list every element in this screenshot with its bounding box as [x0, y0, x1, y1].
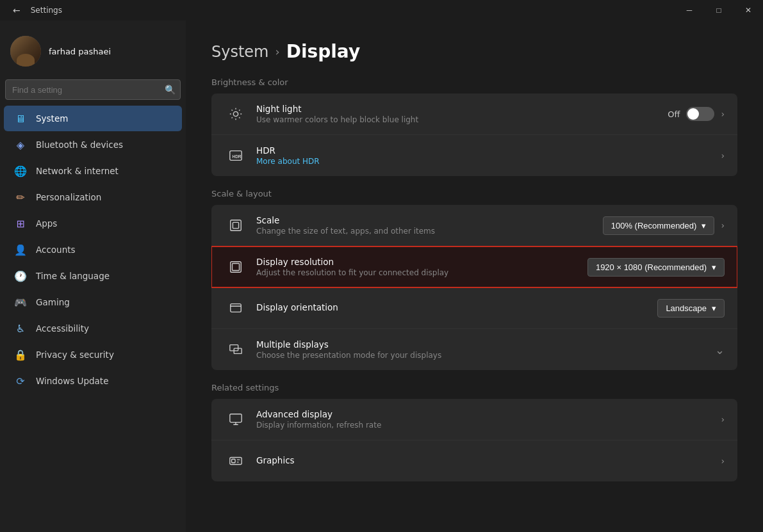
multiple-displays-expand[interactable]: ⌄ — [715, 343, 725, 357]
sidebar-item-bluetooth[interactable]: ◈ Bluetooth & devices — [4, 132, 182, 157]
night-light-chevron: › — [721, 109, 725, 119]
sidebar-label-gaming: Gaming — [36, 297, 70, 307]
hdr-title: HDR — [256, 145, 721, 156]
app-container: farhad pashaei 🔍 🖥 System ◈ Bluetooth & … — [0, 20, 763, 532]
resolution-dropdown-arrow: ▾ — [712, 262, 716, 272]
network-icon: 🌐 — [14, 165, 27, 177]
svg-rect-15 — [231, 304, 242, 312]
back-button[interactable]: ← — [8, 3, 26, 18]
breadcrumb: System › Display — [211, 41, 737, 62]
resolution-icon — [224, 255, 247, 278]
svg-rect-23 — [232, 459, 236, 463]
apps-icon: ⊞ — [14, 217, 27, 230]
breadcrumb-parent[interactable]: System — [211, 43, 269, 61]
scale-subtitle: Change the size of text, apps, and other… — [256, 227, 603, 236]
multiple-displays-text: Multiple displays Choose the presentatio… — [256, 339, 715, 360]
sidebar-label-bluetooth: Bluetooth & devices — [36, 140, 123, 150]
search-box: 🔍 — [5, 79, 181, 100]
sidebar-label-apps: Apps — [36, 218, 57, 229]
orientation-row[interactable]: Display orientation Landscape ▾ — [211, 287, 737, 329]
maximize-button[interactable]: □ — [704, 0, 734, 20]
sidebar-item-accounts[interactable]: 👤 Accounts — [4, 237, 182, 262]
hdr-subtitle[interactable]: More about HDR — [256, 157, 721, 166]
sidebar-nav: 🖥 System ◈ Bluetooth & devices 🌐 Network… — [0, 105, 186, 394]
svg-text:HDR: HDR — [233, 154, 242, 159]
night-light-toggle[interactable] — [686, 107, 714, 121]
sidebar-label-privacy: Privacy & security — [36, 350, 114, 360]
night-light-row[interactable]: Night light Use warmer colors to help bl… — [211, 93, 737, 135]
graphics-control: › — [721, 456, 725, 466]
hdr-row[interactable]: HDR HDR More about HDR › — [211, 135, 737, 176]
brightness-card: Night light Use warmer colors to help bl… — [211, 93, 737, 176]
sidebar-item-gaming[interactable]: 🎮 Gaming — [4, 289, 182, 315]
advanced-display-row[interactable]: Advanced display Display information, re… — [211, 399, 737, 440]
accounts-icon: 👤 — [14, 243, 27, 256]
hdr-chevron: › — [721, 150, 725, 161]
time-icon: 🕐 — [14, 270, 27, 282]
orientation-dropdown-arrow: ▾ — [712, 303, 716, 313]
avatar — [10, 36, 41, 67]
multiple-displays-subtitle: Choose the presentation mode for your di… — [256, 351, 715, 360]
svg-rect-19 — [230, 414, 242, 423]
sidebar-label-personalization: Personalization — [36, 192, 101, 202]
sidebar-item-network[interactable]: 🌐 Network & internet — [4, 158, 182, 184]
sidebar-item-accessibility[interactable]: ♿ Accessibility — [4, 316, 182, 341]
advanced-display-chevron: › — [721, 414, 725, 424]
graphics-chevron: › — [721, 456, 725, 466]
sidebar-label-system: System — [36, 113, 68, 124]
night-light-title: Night light — [256, 104, 668, 114]
advanced-display-title: Advanced display — [256, 409, 721, 419]
sidebar-item-privacy[interactable]: 🔒 Privacy & security — [4, 342, 182, 367]
night-light-text: Night light Use warmer colors to help bl… — [256, 104, 668, 124]
system-icon: 🖥 — [14, 112, 27, 125]
scale-text: Scale Change the size of text, apps, and… — [256, 215, 603, 236]
user-section[interactable]: farhad pashaei — [0, 26, 186, 79]
resolution-subtitle: Adjust the resolution to fit your connec… — [256, 268, 587, 277]
resolution-control: 1920 × 1080 (Recommended) ▾ — [587, 258, 725, 277]
scale-row[interactable]: Scale Change the size of text, apps, and… — [211, 205, 737, 246]
svg-line-7 — [232, 117, 233, 118]
sidebar-item-apps[interactable]: ⊞ Apps — [4, 211, 182, 236]
section-label-brightness: Brightness & color — [211, 77, 737, 87]
accessibility-icon: ♿ — [14, 322, 27, 335]
scale-dropdown[interactable]: 100% (Recommended) ▾ — [603, 216, 715, 235]
svg-rect-14 — [233, 264, 240, 271]
sidebar-item-update[interactable]: ⟳ Windows Update — [4, 368, 182, 394]
sidebar: farhad pashaei 🔍 🖥 System ◈ Bluetooth & … — [0, 20, 186, 532]
titlebar-controls: ─ □ ✕ — [675, 0, 763, 20]
sidebar-item-personalization[interactable]: ✏ Personalization — [4, 184, 182, 210]
night-light-icon — [224, 102, 247, 125]
minimize-button[interactable]: ─ — [675, 0, 704, 20]
avatar-image — [10, 36, 41, 67]
titlebar-title: Settings — [31, 6, 62, 15]
advanced-display-control: › — [721, 414, 725, 424]
gaming-icon: 🎮 — [14, 296, 27, 309]
sidebar-label-update: Windows Update — [36, 376, 108, 386]
graphics-row[interactable]: Graphics › — [211, 440, 737, 481]
update-icon: ⟳ — [14, 375, 27, 387]
section-label-scale: Scale & layout — [211, 189, 737, 198]
svg-rect-12 — [233, 222, 238, 228]
night-light-subtitle: Use warmer colors to help block blue lig… — [256, 115, 668, 124]
multiple-displays-row[interactable]: Multiple displays Choose the presentatio… — [211, 329, 737, 370]
search-input[interactable] — [5, 79, 181, 100]
search-icon: 🔍 — [165, 85, 176, 95]
close-button[interactable]: ✕ — [734, 0, 763, 20]
orientation-text: Display orientation — [256, 302, 657, 314]
advanced-display-text: Advanced display Display information, re… — [256, 409, 721, 430]
graphics-icon — [224, 449, 247, 472]
user-name: farhad pashaei — [49, 47, 111, 56]
titlebar: ← Settings ─ □ ✕ — [0, 0, 763, 20]
orientation-title: Display orientation — [256, 302, 657, 312]
scale-chevron: › — [721, 220, 725, 230]
display-resolution-row[interactable]: Display resolution Adjust the resolution… — [211, 246, 737, 287]
sidebar-item-time[interactable]: 🕐 Time & language — [4, 263, 182, 289]
titlebar-left: ← Settings — [8, 3, 62, 18]
resolution-dropdown[interactable]: 1920 × 1080 (Recommended) ▾ — [587, 258, 725, 277]
related-card: Advanced display Display information, re… — [211, 399, 737, 481]
sidebar-item-system[interactable]: 🖥 System — [4, 106, 182, 131]
multiple-displays-control: ⌄ — [715, 343, 725, 357]
hdr-text: HDR More about HDR — [256, 145, 721, 166]
scale-dropdown-arrow: ▾ — [701, 221, 706, 230]
orientation-dropdown[interactable]: Landscape ▾ — [657, 299, 725, 318]
